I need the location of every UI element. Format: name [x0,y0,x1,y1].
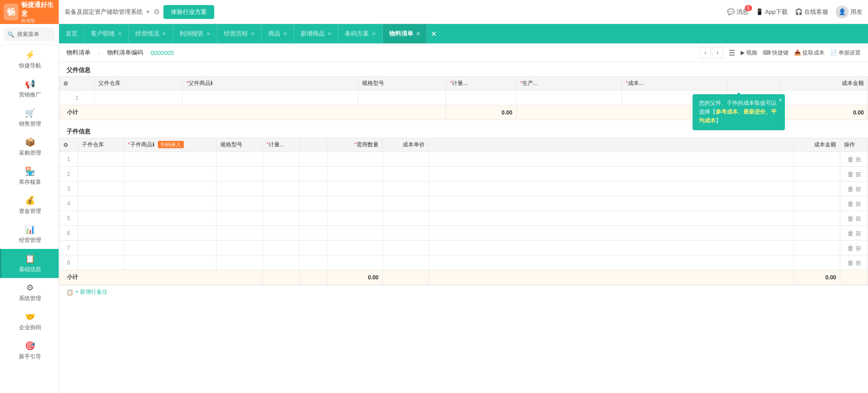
message-button[interactable]: 💬 消息 6 [727,8,748,16]
add-row-button[interactable]: 📋 + 新增行备注 [66,288,108,296]
shortcut-button[interactable]: ⌨ 快捷键 [763,49,789,57]
parent-section-title: 父件信息 [59,62,868,76]
delete-row-4-button[interactable]: 🗑 [847,200,854,207]
parent-cell-cost-amount[interactable] [780,91,868,105]
tab-close-ops-status[interactable]: ✕ [162,31,166,37]
sidebar-item-quick-nav[interactable]: ⚡ 快捷导航 [0,45,59,74]
child-row-1-unit[interactable] [263,152,300,167]
dropdown-arrow-icon: ▾ [146,8,150,15]
tab-close-products[interactable]: ✕ [283,31,287,37]
close-all-tabs-button[interactable]: ✕ [427,24,440,43]
sidebar-item-cooperation[interactable]: 🤝 企业协同 [0,307,59,336]
avatar: 👤 [836,6,849,18]
copy-row-8-button[interactable]: ⊞ [856,259,861,266]
video-button[interactable]: ▶ 视频 [741,49,757,57]
child-row-1-qty[interactable] [327,152,383,167]
child-row-1-num: 1 [60,152,78,167]
copy-row-7-button[interactable]: ⊞ [856,244,861,252]
delete-row-2-button[interactable]: 🗑 [847,170,854,178]
sidebar-item-purchase[interactable]: 📦 采购管理 [0,133,59,162]
parent-cell-spec[interactable] [358,91,446,105]
sidebar-item-marketing[interactable]: 📢 营销推广 [0,74,59,103]
parent-col-cost-amount: 成本金额 [780,77,868,91]
child-row-2-warehouse[interactable] [78,167,124,181]
child-col-spacer [300,138,327,152]
child-row-1-warehouse[interactable] [78,152,124,167]
child-col-unit-cost: 成本单价 [383,138,429,152]
sidebar-item-sales[interactable]: 🛒 销售管理 [0,103,59,133]
tab-close-ops-history[interactable]: ✕ [251,31,255,37]
child-col-product: *子件商品ℹ 扫码录入 [124,138,217,152]
child-row-2-qty[interactable] [327,167,383,181]
tab-close-customers[interactable]: ✕ [118,31,122,37]
next-record-button[interactable]: › [712,47,723,58]
copy-row-3-button[interactable]: ⊞ [856,185,861,193]
sidebar-item-inventory[interactable]: 🏪 库存核算 [0,162,59,191]
breadcrumb-bom-list[interactable]: 物料清单 [66,48,90,57]
tab-products[interactable]: 商品 ✕ [262,24,294,43]
delete-row-1-button[interactable]: 🗑 [847,156,854,163]
sales-icon: 🛒 [25,108,35,118]
tab-close-bom[interactable]: ✕ [416,31,420,37]
child-col-settings[interactable]: ⚙ [60,138,78,152]
delete-row-3-button[interactable]: 🗑 [847,185,854,193]
child-row-6-actions: 🗑 ⊞ [840,226,868,241]
copy-row-1-button[interactable]: ⊞ [856,156,861,163]
copy-row-6-button[interactable]: ⊞ [856,230,861,237]
parent-cell-warehouse[interactable] [95,91,182,105]
tab-home[interactable]: 首页 [59,24,84,43]
message-badge: 6 [745,5,752,11]
parent-cell-product[interactable] [182,91,358,105]
tooltip-close-button[interactable]: × [779,96,782,105]
copy-row-2-button[interactable]: ⊞ [856,170,861,178]
settings-gear-icon[interactable]: ⚙ [153,7,160,16]
parent-cell-unit[interactable] [446,91,516,105]
tab-close-profit[interactable]: ✕ [206,31,211,37]
parent-cell-production[interactable] [516,91,621,105]
parent-col-settings[interactable]: ⚙ [60,77,95,91]
child-row-1-cost-amount[interactable] [794,152,840,167]
tab-customers[interactable]: 客户联络 ✕ [84,24,129,43]
delete-row-8-button[interactable]: 🗑 [847,259,854,266]
tab-close-new-product[interactable]: ✕ [327,31,332,37]
child-row-1-spacer [300,152,327,167]
sidebar-item-guide[interactable]: 🎯 新手引导 [0,336,59,365]
delete-row-6-button[interactable]: 🗑 [847,230,854,237]
child-row-2-spec[interactable] [217,167,263,181]
sidebar-item-finance[interactable]: 💰 资金管理 [0,191,59,220]
child-row-2-unit-cost[interactable] [383,167,429,181]
copy-row-5-button[interactable]: ⊞ [856,215,861,222]
app-download-button[interactable]: 📱 App下载 [756,8,788,16]
sidebar-item-basic-info[interactable]: 📋 基础信息 [0,249,59,278]
single-settings-button[interactable]: 📄 单据设置 [830,49,861,57]
child-row-2-product[interactable] [124,167,217,181]
delete-row-5-button[interactable]: 🗑 [847,215,854,222]
experience-button[interactable]: 体验行业方案 [163,5,214,19]
tab-barcode[interactable]: 条码方案 ✕ [338,24,383,43]
extract-cost-button[interactable]: 📥 提取成本 [794,49,825,57]
child-row-1-spec[interactable] [217,152,263,167]
tab-bom[interactable]: 物料清单 ✕ [383,24,427,43]
sidebar-item-operations[interactable]: 📊 经营管理 [0,220,59,249]
tab-new-product[interactable]: 新增商品 ✕ [294,24,338,43]
prev-record-button[interactable]: ‹ [700,47,711,58]
tab-close-barcode[interactable]: ✕ [372,31,376,37]
tab-operations-status[interactable]: 经营情况 ✕ [129,24,173,43]
child-row-1-unit-cost[interactable] [383,152,429,167]
sidebar-item-system[interactable]: ⚙ 系统管理 [0,278,59,307]
sidebar: 畅 畅捷通好生意 标准版 🔍 搜索菜单 ⚡ 快捷导航 📢 营销推广 🛒 销售管理… [0,0,59,393]
child-row-2-unit[interactable] [263,167,300,181]
finance-icon: 💰 [25,195,35,206]
child-row-1-product[interactable] [124,152,217,167]
copy-row-4-button[interactable]: ⊞ [856,200,861,207]
search-menu-button[interactable]: 🔍 搜索菜单 [4,28,55,41]
search-area[interactable]: 🔍 搜索菜单 [0,24,59,45]
user-menu-button[interactable]: 👤 用友 [836,6,862,18]
child-col-actions: 操作 [840,138,868,152]
tab-ops-history[interactable]: 经营历程 ✕ [217,24,262,43]
tab-profit-report[interactable]: 利润报告 ✕ [173,24,217,43]
delete-row-7-button[interactable]: 🗑 [847,244,854,252]
child-row-1-spacer2 [429,152,794,167]
list-view-icon[interactable]: ☰ [729,48,735,57]
online-service-button[interactable]: 🎧 在线客服 [795,8,828,16]
